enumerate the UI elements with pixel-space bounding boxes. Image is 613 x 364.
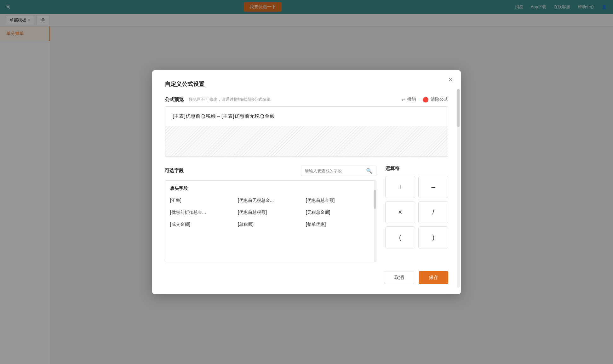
fields-list-wrapper: 表头字段 [汇率] [优惠前无税总金... [优惠前总金额] [优惠前折扣总金.… xyxy=(165,180,376,262)
modal-scrollbar[interactable] xyxy=(457,89,460,288)
operators-label: 运算符 xyxy=(385,166,448,172)
formula-hatched-area xyxy=(165,125,448,156)
fields-scrollbar[interactable] xyxy=(374,180,376,262)
fields-grid: [汇率] [优惠前无税总金... [优惠前总金额] [优惠前折扣总金... [优… xyxy=(170,196,371,229)
undo-icon: ↩ xyxy=(401,97,405,103)
field-item-8[interactable]: [整单优惠] xyxy=(306,220,371,229)
operator-plus[interactable]: + xyxy=(385,176,415,198)
field-item-0[interactable]: [汇率] xyxy=(170,196,235,205)
search-icon: 🔍 xyxy=(366,168,372,174)
operator-open-paren[interactable]: ( xyxy=(385,226,415,248)
field-item-4[interactable]: [优惠前总税额] xyxy=(238,208,303,217)
modal-backdrop: ✕ 自定义公式设置 公式预览 预览区不可修改，请通过撤销或清除公式编辑 ↩ 撤销… xyxy=(0,0,613,364)
field-item-1[interactable]: [优惠前无税总金... xyxy=(238,196,303,205)
formula-content: [主表]优惠前总税额 – [主表]优惠前无税总金额 xyxy=(165,107,448,126)
search-box[interactable]: 🔍 xyxy=(301,166,376,176)
fields-group-title: 表头字段 xyxy=(170,186,371,191)
clear-formula-button[interactable]: 🔴 清除公式 xyxy=(422,97,448,103)
field-item-3[interactable]: [优惠前折扣总金... xyxy=(170,208,235,217)
operator-divide[interactable]: / xyxy=(418,201,448,223)
formula-section-header: 公式预览 预览区不可修改，请通过撤销或清除公式编辑 ↩ 撤销 🔴 清除公式 xyxy=(165,97,448,103)
fields-list: 表头字段 [汇率] [优惠前无税总金... [优惠前总金额] [优惠前折扣总金.… xyxy=(165,180,376,262)
field-item-5[interactable]: [无税总金额] xyxy=(306,208,371,217)
modal-scrollbar-thumb xyxy=(457,89,460,127)
formula-hint: 预览区不可修改，请通过撤销或清除公式编辑 xyxy=(189,97,401,102)
operator-minus[interactable]: – xyxy=(418,176,448,198)
clear-label: 清除公式 xyxy=(431,97,448,102)
cancel-button[interactable]: 取消 xyxy=(384,271,414,284)
fields-section: 可选字段 🔍 表头字段 [汇率] [优惠前无税总金... [优惠前总金额] [优… xyxy=(165,166,376,262)
modal-custom-formula: ✕ 自定义公式设置 公式预览 预览区不可修改，请通过撤销或清除公式编辑 ↩ 撤销… xyxy=(152,70,461,294)
formula-section-label: 公式预览 xyxy=(165,97,184,103)
modal-title: 自定义公式设置 xyxy=(165,80,448,88)
modal-footer: 取消 保存 xyxy=(165,271,448,284)
undo-button[interactable]: ↩ 撤销 xyxy=(401,97,416,103)
lower-section: 可选字段 🔍 表头字段 [汇率] [优惠前无税总金... [优惠前总金额] [优… xyxy=(165,166,448,262)
field-item-2[interactable]: [优惠前总金额] xyxy=(306,196,371,205)
operators-grid: + – × / ( ) xyxy=(385,176,448,248)
undo-label: 撤销 xyxy=(407,97,416,102)
fields-scrollbar-thumb xyxy=(374,190,376,209)
field-item-6[interactable]: [成交金额] xyxy=(170,220,235,229)
fields-header: 可选字段 🔍 xyxy=(165,166,376,176)
fields-label: 可选字段 xyxy=(165,168,184,174)
formula-preview-box: [主表]优惠前总税额 – [主表]优惠前无税总金额 xyxy=(165,106,448,157)
formula-text: [主表]优惠前总税额 – [主表]优惠前无税总金额 xyxy=(173,113,275,119)
operators-section: 运算符 + – × / ( ) xyxy=(385,166,448,248)
modal-close-button[interactable]: ✕ xyxy=(448,77,453,83)
operator-multiply[interactable]: × xyxy=(385,201,415,223)
field-item-7[interactable]: [总税额] xyxy=(238,220,303,229)
clear-icon: 🔴 xyxy=(422,97,429,103)
search-input[interactable] xyxy=(305,168,366,173)
save-button[interactable]: 保存 xyxy=(419,271,448,284)
operator-close-paren[interactable]: ) xyxy=(418,226,448,248)
formula-actions: ↩ 撤销 🔴 清除公式 xyxy=(401,97,448,103)
